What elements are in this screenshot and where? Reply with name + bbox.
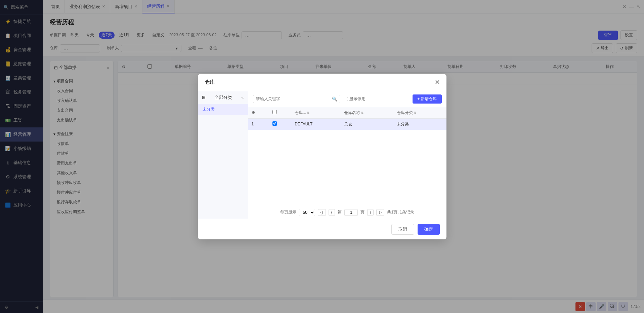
modal-page-suffix: 页 [360,209,364,215]
modal-confirm-button[interactable]: 确定 [418,224,440,235]
row-code: DEFAULT [291,118,341,130]
modal-page-label: 第 [338,209,342,215]
modal-col-category[interactable]: 仓库分类⇅ [393,107,446,119]
modal-toolbar: 🔍 显示停用 + 新增仓库 [248,91,446,107]
modal-total-label: 共1页, 1条记录 [387,209,414,215]
modal-footer-bar: 每页显示 50 ⟨⟨ ⟨ 第 页 ⟩ ⟩⟩ 共1页, 1条记录 [248,206,446,219]
show-disabled-checkbox[interactable] [344,97,348,101]
modal-per-page-select[interactable]: 50 [299,209,315,216]
modal-last-page-btn[interactable]: ⟩⟩ [376,209,384,216]
modal-header: 仓库 ✕ [198,74,446,91]
modal-overlay: 仓库 ✕ ⊞ 全部分类 « 未分类 🔍 [0,0,644,313]
modal-left-item-uncategorized[interactable]: 未分类 [198,104,248,115]
modal-first-page-btn[interactable]: ⟨⟨ [318,209,326,216]
modal-actions: 取消 确定 [198,219,446,239]
modal-left-header: ⊞ 全部分类 « [198,91,248,104]
modal-body: ⊞ 全部分类 « 未分类 🔍 显示停用 [198,91,446,219]
row-num: 1 [248,118,269,130]
show-disabled-group: 显示停用 [344,96,366,102]
modal-search-icon[interactable]: 🔍 [332,96,337,102]
add-warehouse-button[interactable]: + 新增仓库 [413,94,441,104]
modal-col-code[interactable]: 仓库...⇅ [291,107,341,119]
modal-left-title: 全部分类 [215,94,232,101]
row-checkbox[interactable] [269,118,291,130]
modal-search-input[interactable] [256,96,331,101]
modal-title: 仓库 [205,79,215,85]
table-row[interactable]: 1 DEFAULT 总仓 未分类 [248,118,446,130]
modal-cancel-button[interactable]: 取消 [391,224,414,235]
modal-col-settings: ⚙ [248,107,269,119]
modal-next-page-btn[interactable]: ⟩ [367,209,374,216]
row-name: 总仓 [341,118,393,130]
modal-col-name[interactable]: 仓库名称⇅ [341,107,393,119]
modal-table-wrap: ⚙ 仓库...⇅ 仓库名称⇅ 仓库分类⇅ 1 DEFAULT [248,107,446,206]
modal-left-title-icon: ⊞ [202,95,206,100]
modal-warehouse-table: ⚙ 仓库...⇅ 仓库名称⇅ 仓库分类⇅ 1 DEFAULT [248,107,446,130]
modal-search-box[interactable]: 🔍 [253,95,340,103]
warehouse-modal: 仓库 ✕ ⊞ 全部分类 « 未分类 🔍 [198,74,446,239]
modal-col-checkbox[interactable] [269,107,291,119]
modal-per-page-label: 每页显示 [280,209,296,215]
row-category: 未分类 [393,118,446,130]
modal-close-button[interactable]: ✕ [435,79,440,86]
modal-prev-page-btn[interactable]: ⟨ [329,209,335,216]
modal-right-panel: 🔍 显示停用 + 新增仓库 ⚙ [248,91,446,219]
modal-left-panel: ⊞ 全部分类 « 未分类 [198,91,248,219]
modal-left-collapse-icon[interactable]: « [241,95,244,100]
show-disabled-label: 显示停用 [349,96,366,102]
modal-page-input[interactable] [344,209,358,216]
